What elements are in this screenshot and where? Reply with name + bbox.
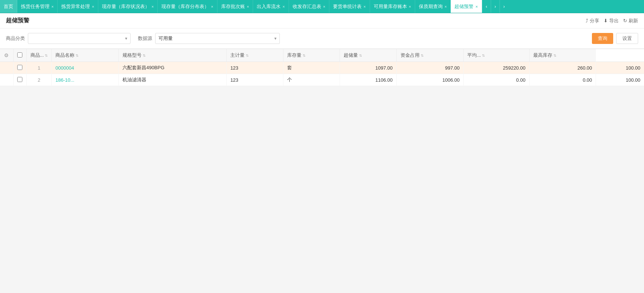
nav-item-label: 收发存汇总表 xyxy=(293,3,321,10)
th-avg: 平均... ⇅ xyxy=(464,49,529,62)
share-icon: ⤴ xyxy=(586,18,588,23)
export-button[interactable]: ⬇ 导出 xyxy=(604,18,619,24)
close-icon[interactable]: × xyxy=(444,4,447,9)
nav-item-label: 拣货异常处理 xyxy=(61,3,90,10)
sort-icon[interactable]: ⇅ xyxy=(303,53,305,58)
close-icon[interactable]: × xyxy=(475,4,477,9)
category-select[interactable]: ▾ xyxy=(28,33,131,44)
th-checkbox xyxy=(13,49,26,62)
page-title: 超储预警 xyxy=(6,17,29,25)
close-icon[interactable]: × xyxy=(409,4,411,9)
sort-icon[interactable]: ⇅ xyxy=(553,53,556,58)
filter-area: 商品分类 ▾ 数据源 可用量 ▾ 查询 设置 xyxy=(0,29,644,49)
close-icon[interactable]: × xyxy=(323,4,325,9)
close-icon[interactable]: × xyxy=(151,4,154,9)
row-max-stock: 100.00 xyxy=(596,62,644,74)
th-stock: 库存量 ⇅ xyxy=(283,49,340,62)
select-all-checkbox[interactable] xyxy=(17,52,22,58)
nav-item-pick-task[interactable]: 拣货任务管理 × xyxy=(17,0,58,13)
share-label: 分享 xyxy=(590,18,599,24)
data-table: ⚙ 商品... ⇅ 商品名称 ⇅ xyxy=(0,49,644,86)
close-icon[interactable]: × xyxy=(51,4,54,9)
row-settings xyxy=(0,74,13,86)
row-unit: 个 xyxy=(283,74,340,86)
row-checkbox[interactable] xyxy=(17,77,22,82)
nav-item-inventory-status[interactable]: 现存量（库存状况表） × xyxy=(98,0,158,13)
row-checkbox-cell xyxy=(13,62,26,74)
row-product-name: 六配套新昌490BPG xyxy=(119,62,227,74)
settings-button[interactable]: 设置 xyxy=(616,33,638,44)
sort-icon[interactable]: ⇅ xyxy=(246,53,249,58)
nav-next-arrow[interactable]: › xyxy=(491,0,500,13)
nav-item-flow[interactable]: 出入库流水 × xyxy=(253,0,289,13)
query-button[interactable]: 查询 xyxy=(592,33,613,44)
sort-icon[interactable]: ⇅ xyxy=(421,53,424,58)
category-label: 商品分类 xyxy=(6,35,25,42)
th-overflow: 超储量 ⇅ xyxy=(340,49,396,62)
close-icon[interactable]: × xyxy=(211,4,213,9)
close-icon[interactable]: × xyxy=(363,4,366,9)
row-overflow: 1006.00 xyxy=(396,74,464,86)
close-icon[interactable]: × xyxy=(92,4,94,9)
row-capital: 259220.00 xyxy=(464,62,529,74)
sort-icon[interactable]: ⇅ xyxy=(143,53,146,58)
nav-item-demand[interactable]: 要货单统计表 × xyxy=(329,0,370,13)
th-settings: ⚙ xyxy=(0,49,13,62)
nav-item-inventory-dist[interactable]: 现存量（库存分布表） × xyxy=(158,0,217,13)
nav-item-overstock[interactable]: 超储预警 × xyxy=(451,0,482,13)
sort-icon[interactable]: ⇅ xyxy=(359,53,362,58)
row-checkbox-cell xyxy=(13,74,26,86)
row-product-code: 0000004 xyxy=(52,62,119,74)
nav-prev-arrow[interactable]: ‹ xyxy=(482,0,491,13)
page-header: 超储预警 ⤴ 分享 ⬇ 导出 ↻ 刷新 xyxy=(0,13,644,29)
datasource-select[interactable]: 可用量 ▾ xyxy=(155,33,280,44)
row-settings xyxy=(0,62,13,74)
table-row: 1 0000004 六配套新昌490BPG 123 套 1097.00 997.… xyxy=(0,62,644,74)
table-row: 2 186-10... 机油滤清器 123 个 1106.00 1006.00 … xyxy=(0,74,644,86)
nav-item-label: 拣货任务管理 xyxy=(21,3,50,10)
nav-item-label: 现存量（库存状况表） xyxy=(102,3,150,10)
th-spec: 规格型号 ⇅ xyxy=(119,49,227,62)
nav-item-label: 库存批次账 xyxy=(221,3,245,10)
nav-item-home[interactable]: 首页 xyxy=(0,0,17,13)
th-unit: 主计量 ⇅ xyxy=(227,49,283,62)
sort-icon[interactable]: ⇅ xyxy=(45,53,48,58)
nav-item-expiry[interactable]: 保质期查询 × xyxy=(415,0,451,13)
share-button[interactable]: ⤴ 分享 xyxy=(586,18,599,24)
th-max-stock: 最高库存 ⇅ xyxy=(529,49,596,62)
th-product-code: 商品... ⇅ xyxy=(26,49,52,62)
row-avg: 0.00 xyxy=(529,74,596,86)
nav-item-pick-error[interactable]: 拣货异常处理 × xyxy=(58,0,98,13)
datasource-value: 可用量 xyxy=(158,35,173,42)
header-actions: ⤴ 分享 ⬇ 导出 ↻ 刷新 xyxy=(586,18,638,24)
row-checkbox[interactable] xyxy=(17,65,22,70)
close-icon[interactable]: × xyxy=(282,4,285,9)
nav-more-arrow[interactable]: › xyxy=(500,0,508,13)
refresh-label: 刷新 xyxy=(629,18,638,24)
row-unit: 套 xyxy=(283,62,340,74)
row-stock: 1106.00 xyxy=(340,74,396,86)
sort-icon[interactable]: ⇅ xyxy=(76,53,78,58)
close-icon[interactable]: × xyxy=(247,4,249,9)
row-overflow: 997.00 xyxy=(396,62,464,74)
row-product-code: 186-10... xyxy=(52,74,119,86)
nav-bar: 首页 拣货任务管理 × 拣货异常处理 × 现存量（库存状况表） × 现存量（库存… xyxy=(0,0,644,13)
nav-item-label: 首页 xyxy=(4,3,13,10)
table-container: ⚙ 商品... ⇅ 商品名称 ⇅ xyxy=(0,49,644,86)
nav-item-available[interactable]: 可用量库存账本 × xyxy=(370,0,415,13)
export-label: 导出 xyxy=(609,18,619,24)
row-max-stock: 100.00 xyxy=(596,74,644,86)
gear-icon[interactable]: ⚙ xyxy=(4,52,9,58)
refresh-button[interactable]: ↻ 刷新 xyxy=(623,18,638,24)
nav-item-summary[interactable]: 收发存汇总表 × xyxy=(289,0,329,13)
nav-item-batch[interactable]: 库存批次账 × xyxy=(217,0,253,13)
filter-actions: 查询 设置 xyxy=(592,33,638,44)
row-capital: 0.00 xyxy=(464,74,529,86)
refresh-icon: ↻ xyxy=(623,18,627,23)
page-content: 超储预警 ⤴ 分享 ⬇ 导出 ↻ 刷新 商品分类 ▾ 数据源 xyxy=(0,13,644,86)
sort-icon[interactable]: ⇅ xyxy=(482,53,485,58)
chevron-down-icon: ▾ xyxy=(274,36,277,41)
category-filter: 商品分类 ▾ xyxy=(6,33,131,44)
nav-item-label: 可用量库存账本 xyxy=(374,3,407,10)
datasource-label: 数据源 xyxy=(138,35,152,42)
